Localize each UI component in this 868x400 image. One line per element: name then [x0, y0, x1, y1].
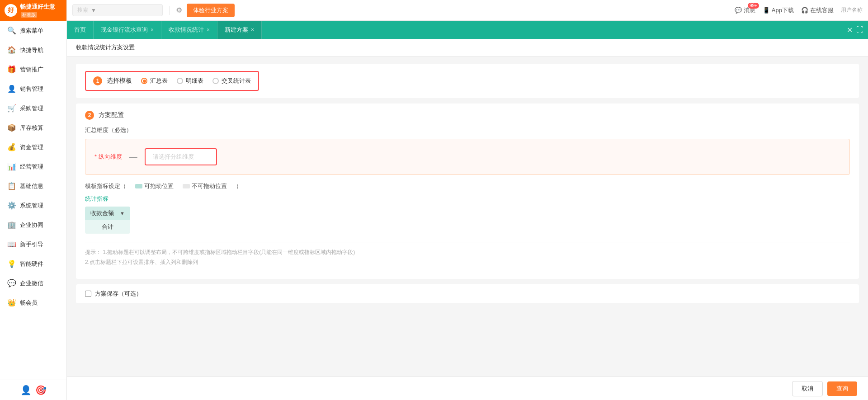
metrics-card: 收款金额 ▼ 合计 [85, 207, 130, 234]
download-icon: 📱 [763, 7, 770, 14]
sidebar-bottom-item1[interactable]: 👤 [20, 385, 32, 395]
metrics-section-label: 模板指标设定（ [85, 182, 126, 190]
box-icon: 📦 [7, 123, 16, 132]
settings-icon[interactable]: ⚙ [176, 6, 182, 14]
topbar-divider [169, 6, 170, 15]
query-button[interactable]: 查询 [827, 381, 857, 396]
dimension-row: * 纵向维度 — 请选择分组维度 [94, 148, 217, 165]
sidebar-item-purchase[interactable]: 🛒 采购管理 [0, 99, 66, 118]
dimension-arrow-icon: — [129, 152, 137, 162]
page-body: 1 选择模板 汇总表 明细表 [67, 56, 868, 376]
step2-section: 2 方案配置 汇总维度（必选） * 纵向维度 — 请选择分组维度 模板指标设定（ [76, 104, 859, 279]
service-label: 在线客服 [810, 6, 834, 14]
wechat-icon: 💬 [7, 279, 16, 287]
sidebar-logo: 好 畅捷通好生意 标准版 [0, 0, 66, 21]
clipboard-icon: 📋 [7, 182, 16, 190]
chart-icon: 📊 [7, 162, 16, 171]
hint-section: 提示： 1.拖动标题栏可以调整布局，不可跨维度或指标区域拖动栏目字段(只能在同一… [85, 243, 850, 272]
sidebar-item-inventory[interactable]: 📦 库存核算 [0, 118, 66, 137]
sidebar-label-hardware: 智能硬件 [20, 260, 43, 268]
dimension-select[interactable]: 请选择分组维度 [145, 148, 217, 165]
message-badge: 99+ [748, 3, 759, 9]
logo-text: 畅捷通好生意 [20, 3, 55, 11]
sidebar-label-enterprise: 企业协同 [20, 221, 43, 229]
legend-fixed: 不可拖动位置 [183, 182, 227, 190]
download-label: App下载 [772, 6, 794, 14]
tab-new-plan[interactable]: 新建方案 × [217, 21, 262, 39]
message-button[interactable]: 💬 消息 99+ [735, 6, 755, 14]
legend-fixed-box [183, 184, 190, 188]
sidebar-item-hardware[interactable]: 💡 智能硬件 [0, 254, 66, 273]
save-label: 方案保存（可选） [95, 290, 142, 298]
bottom-icon1: 👤 [20, 385, 32, 395]
dimension-area: * 纵向维度 — 请选择分组维度 [85, 139, 850, 175]
sidebar-item-nav[interactable]: 🏠 快捷导航 [0, 40, 66, 60]
user-name: 用户名称 [841, 6, 863, 14]
search-box[interactable]: 搜索 ▼ [72, 4, 163, 16]
sidebar-bottom-item2[interactable]: 🎯 [35, 385, 47, 395]
user-icon: 👤 [7, 85, 16, 93]
sidebar-label-system: 系统管理 [20, 202, 43, 210]
tab-home[interactable]: 首页 [67, 21, 94, 39]
radio-cross[interactable]: 交叉统计表 [212, 77, 251, 85]
tab-cashflow[interactable]: 现金银行流水查询 × [94, 21, 161, 39]
download-button[interactable]: 📱 App下载 [763, 6, 794, 14]
metrics-label: 统计指标 [85, 195, 850, 203]
sidebar-item-system[interactable]: ⚙️ 系统管理 [0, 196, 66, 215]
tab-new-plan-label: 新建方案 [225, 26, 248, 34]
tab-close-window-icon[interactable]: ✕ [847, 26, 853, 34]
cancel-button[interactable]: 取消 [792, 381, 823, 396]
home-icon: 🏠 [7, 46, 16, 54]
sidebar-item-sales[interactable]: 👤 销售管理 [0, 79, 66, 99]
tab-stats-close[interactable]: × [207, 27, 210, 33]
radio-detail[interactable]: 明细表 [177, 77, 203, 85]
legend-fixed-label: 不可拖动位置 [192, 182, 227, 190]
legend-draggable-label: 可拖动位置 [144, 182, 174, 190]
radio-summary[interactable]: 汇总表 [141, 77, 168, 85]
page-title: 收款情况统计方案设置 [76, 44, 135, 51]
tab-new-plan-close[interactable]: × [251, 27, 254, 33]
crown-icon: 👑 [7, 298, 16, 307]
sidebar-item-operations[interactable]: 📊 经营管理 [0, 157, 66, 176]
content-area: 收款情况统计方案设置 1 选择模板 汇总表 [67, 39, 868, 400]
tabbar-right: ✕ ⛶ [842, 21, 868, 39]
sidebar: 好 畅捷通好生意 标准版 🔍 搜索菜单 🏠 快捷导航 🎁 营销推广 👤 销售管理… [0, 0, 67, 400]
sidebar-item-marketing[interactable]: 🎁 营销推广 [0, 60, 66, 79]
save-section: 方案保存（可选） [76, 284, 859, 303]
step2-number: 2 [85, 111, 94, 120]
sidebar-item-search[interactable]: 🔍 搜索菜单 [0, 21, 66, 40]
topbar: 搜索 ▼ ⚙ 体验行业方案 💬 消息 99+ 📱 App下载 🎧 在线客服 用户… [67, 0, 868, 21]
sidebar-item-enterprise[interactable]: 🏢 企业协同 [0, 215, 66, 235]
money-icon: 💰 [7, 143, 16, 151]
sidebar-item-guide[interactable]: 📖 新手引导 [0, 235, 66, 254]
message-icon: 💬 [735, 7, 742, 14]
service-button[interactable]: 🎧 在线客服 [801, 6, 834, 14]
sidebar-item-member[interactable]: 👑 畅会员 [0, 293, 66, 312]
save-checkbox[interactable] [85, 291, 91, 297]
radio-cross-label: 交叉统计表 [222, 77, 251, 85]
service-icon: 🎧 [801, 7, 808, 14]
vertical-dimension-label: * 纵向维度 [94, 153, 122, 161]
metrics-header: 模板指标设定（ 可拖动位置 不可拖动位置 ） [85, 182, 850, 190]
sidebar-label-search: 搜索菜单 [20, 27, 43, 35]
hint2: 2.点击标题栏下拉可设置排序、插入列和删除列 [85, 258, 850, 268]
step1-header: 1 选择模板 [93, 76, 132, 85]
metrics-card-header[interactable]: 收款金额 ▼ [85, 207, 130, 220]
tab-cashflow-close[interactable]: × [151, 27, 154, 33]
sidebar-item-finance[interactable]: 💰 资金管理 [0, 137, 66, 157]
tab-maximize-icon[interactable]: ⛶ [856, 26, 863, 34]
tab-stats-label: 收款情况统计 [169, 26, 204, 34]
sidebar-item-basic[interactable]: 📋 基础信息 [0, 176, 66, 196]
radio-group-template: 汇总表 明细表 交叉统计表 [141, 77, 251, 85]
sidebar-bottom: 👤 🎯 [0, 380, 66, 400]
legend-draggable-box [135, 184, 142, 188]
metrics-section: 模板指标设定（ 可拖动位置 不可拖动位置 ） 统计指标 [85, 182, 850, 234]
tab-stats[interactable]: 收款情况统计 × [161, 21, 217, 39]
radio-summary-circle [141, 78, 147, 84]
sidebar-item-wechat[interactable]: 💬 企业微信 [0, 273, 66, 293]
sidebar-label-member: 畅会员 [20, 299, 38, 307]
tabbar: 首页 现金银行流水查询 × 收款情况统计 × 新建方案 × ✕ ⛶ [67, 21, 868, 39]
building-icon: 🏢 [7, 221, 16, 229]
trial-button[interactable]: 体验行业方案 [187, 4, 235, 17]
metrics-card-body: 合计 [85, 220, 130, 234]
